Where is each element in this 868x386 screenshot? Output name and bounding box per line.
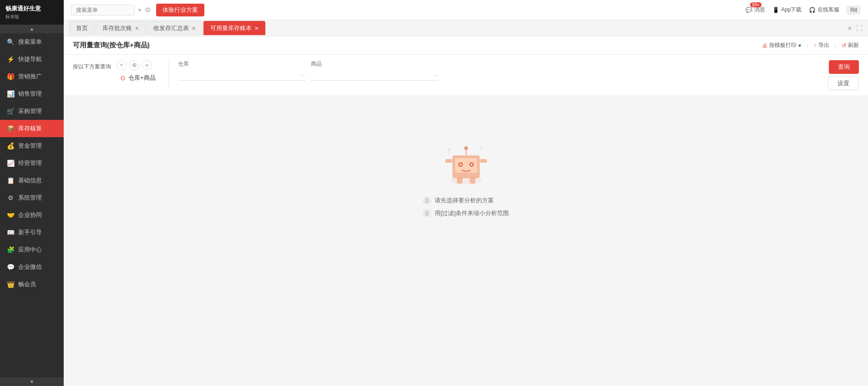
tab-label-1: 库存批次账 (102, 24, 132, 32)
tab-label-3: 可用量库存账本 (210, 24, 252, 32)
warehouse-input[interactable] (178, 72, 299, 78)
empty-state: ? ? 1 请先选择要分析的方案 2 用[过滤]条件来缩小分析范围 (64, 96, 868, 254)
sidebar-icon-11: 📖 (6, 229, 15, 236)
sidebar-icon-10: 🤝 (6, 211, 15, 219)
svg-text:?: ? (480, 146, 482, 152)
sidebar-item-2[interactable]: 🎁营销推广 (0, 68, 64, 85)
warehouse-field-label: 仓库 (178, 60, 305, 68)
product-field-input-container: ··· (311, 70, 438, 81)
export-icon: ↑ (814, 42, 817, 49)
close-all-tabs-button[interactable]: ✕ (847, 25, 853, 32)
sidebar-scroll-down[interactable]: ▼ (0, 377, 64, 386)
print-label: 按模板打印 (769, 41, 797, 49)
sidebar-icon-3: 📊 (6, 90, 15, 98)
empty-illustration: ? ? (439, 133, 493, 187)
user-menu[interactable]: Rit (847, 5, 861, 15)
sidebar-icon-14: 👑 (6, 281, 15, 288)
sidebar-item-13[interactable]: 💬企业微信 (0, 258, 64, 276)
sidebar-item-11[interactable]: 📖新手引导 (0, 224, 64, 241)
tip-number-1: 1 (423, 196, 431, 205)
sidebar-item-7[interactable]: 📈经营管理 (0, 154, 64, 172)
sidebar-label-11: 新手引导 (18, 228, 42, 237)
settings-button[interactable]: 设置 (828, 77, 859, 90)
industry-button[interactable]: 体验行业方案 (156, 4, 204, 16)
messages-button[interactable]: 💬 消息 99+ (746, 6, 765, 14)
tab-2[interactable]: 收发存汇总表✕ (147, 21, 203, 35)
svg-rect-10 (470, 177, 475, 184)
sidebar-item-14[interactable]: 👑畅会员 (0, 276, 64, 293)
sidebar: 畅康通好生意 标准版 ▲ 🔍搜索菜单⚡快捷导航🎁营销推广📊销售管理🛒采购管理📦库… (0, 0, 64, 386)
brand-version: 标准版 (5, 14, 58, 20)
print-icon: 🖨 (762, 42, 767, 49)
app-download-button[interactable]: 📱 App下载 (772, 6, 802, 14)
expand-icon[interactable]: ⛶ (856, 25, 863, 32)
filter-divider (168, 60, 169, 90)
add-scheme-button[interactable]: + (117, 60, 127, 70)
print-arrow-icon: ▾ (798, 42, 801, 49)
filter-area: 按以下方案查询 + ⚙ « ⊙ 仓库+商品 仓库 ··· (64, 55, 868, 96)
filter-schemes: + ⚙ « ⊙ 仓库+商品 (117, 60, 159, 84)
sidebar-item-4[interactable]: 🛒采购管理 (0, 103, 64, 120)
scheme-actions: + ⚙ « (117, 60, 159, 70)
tip-text-1: 请先选择要分析的方案 (435, 196, 494, 205)
print-button[interactable]: 🖨 按模板打印 ▾ (762, 41, 801, 49)
tab-0[interactable]: 首页 (69, 21, 95, 35)
warehouse-more-icon[interactable]: ··· (301, 72, 305, 78)
svg-point-5 (460, 164, 462, 165)
svg-rect-7 (445, 159, 452, 163)
sidebar-item-6[interactable]: 💰资金管理 (0, 137, 64, 154)
sidebar-icon-4: 🛒 (6, 108, 15, 115)
sidebar-item-9[interactable]: ⚙系统管理 (0, 189, 64, 206)
scheme-collapse-button[interactable]: « (142, 60, 152, 70)
sidebar-item-5[interactable]: 📦库存核算 (0, 120, 64, 137)
sidebar-item-8[interactable]: 📋基础信息 (0, 172, 64, 189)
sidebar-icon-7: 📈 (6, 160, 15, 167)
sidebar-item-0[interactable]: 🔍搜索菜单 (0, 33, 64, 51)
sidebar-icon-2: 🎁 (6, 73, 15, 80)
sidebar-item-3[interactable]: 📊销售管理 (0, 85, 64, 103)
tab-close-3[interactable]: ✕ (254, 26, 259, 31)
svg-rect-2 (455, 158, 477, 173)
scheme-settings-button[interactable]: ⚙ (129, 60, 139, 70)
sidebar-label-4: 采购管理 (18, 107, 42, 115)
scheme-item-icon: ⊙ (120, 74, 126, 82)
gear-icon[interactable]: ⚙ (145, 6, 151, 14)
tip-number-2: 2 (423, 209, 431, 217)
svg-point-12 (464, 146, 468, 150)
sidebar-icon-13: 💬 (6, 263, 15, 271)
sidebar-item-10[interactable]: 🤝企业协同 (0, 206, 64, 224)
product-more-icon[interactable]: ··· (434, 72, 438, 78)
tab-close-1[interactable]: ✕ (135, 26, 139, 31)
tabbar: 首页库存批次账✕收发存汇总表✕可用量库存账本✕ ✕ ⛶ (64, 20, 868, 36)
tabbar-actions: ✕ ⛶ (847, 25, 863, 32)
action-divider-2: | (835, 42, 836, 49)
tip-text-2: 用[过滤]条件来缩小分析范围 (435, 209, 509, 217)
scheme-item-warehouse-product[interactable]: ⊙ 仓库+商品 (117, 72, 159, 84)
svg-point-6 (471, 164, 472, 165)
online-service-button[interactable]: 🎧 在线客服 (809, 6, 839, 14)
tab-3[interactable]: 可用量库存账本✕ (203, 21, 265, 35)
tab-close-2[interactable]: ✕ (192, 26, 196, 31)
export-button[interactable]: ↑ 导出 (814, 41, 829, 49)
tab-1[interactable]: 库存批次账✕ (96, 21, 146, 35)
app-icon: 📱 (772, 7, 779, 13)
product-input[interactable] (311, 72, 432, 78)
sidebar-label-1: 快捷导航 (18, 55, 42, 63)
dropdown-arrow-icon[interactable]: ▾ (138, 7, 141, 13)
search-input[interactable] (71, 5, 135, 15)
app-label: App下载 (781, 6, 802, 14)
export-label: 导出 (818, 41, 829, 49)
refresh-button[interactable]: ↺ 刷新 (842, 41, 859, 49)
tab-label-0: 首页 (76, 24, 88, 32)
sidebar-header: 畅康通好生意 标准版 (0, 0, 64, 25)
sidebar-label-13: 企业微信 (18, 263, 42, 271)
query-button[interactable]: 查询 (829, 60, 859, 74)
sidebar-scroll-up[interactable]: ▲ (0, 25, 64, 33)
sidebar-item-1[interactable]: ⚡快捷导航 (0, 51, 64, 68)
filter-fields: 仓库 ··· 商品 ··· (178, 60, 822, 81)
service-label: 在线客服 (817, 6, 839, 14)
empty-tip-1: 1 请先选择要分析的方案 (423, 196, 509, 205)
sidebar-icon-12: 🧩 (6, 246, 15, 253)
filter-field-product: 商品 ··· (311, 60, 438, 81)
sidebar-item-12[interactable]: 🧩应用中心 (0, 241, 64, 258)
